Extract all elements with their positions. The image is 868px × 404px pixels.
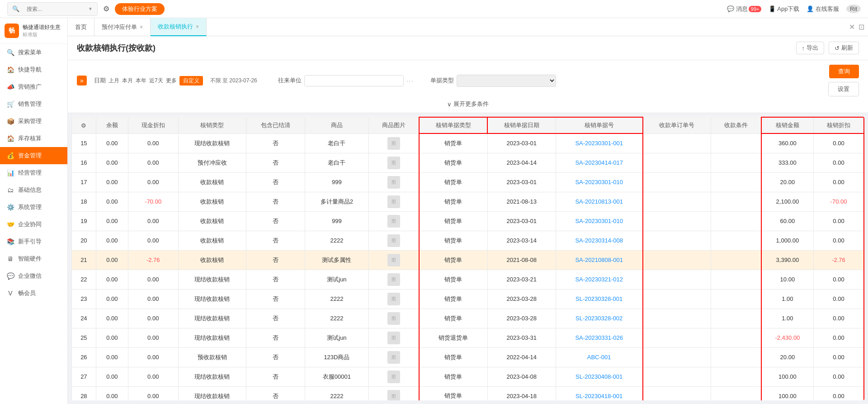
cell-include-settled: 否 <box>246 270 305 289</box>
tab-prepay[interactable]: 预付冲应付单 × <box>94 18 151 36</box>
sidebar-item-finance[interactable]: 💰 资金管理 <box>0 147 67 164</box>
cell-verify-amount: 2,100.00 <box>761 192 814 211</box>
cell-product-image: 图 <box>369 192 419 211</box>
filter-row2: ∨ 展开更多条件 <box>77 100 859 108</box>
cell-verify-no[interactable]: SL-20230408-001 <box>556 367 642 386</box>
date-option-this-year[interactable]: 本年 <box>136 77 146 85</box>
date-option-more[interactable]: 更多 <box>166 77 177 85</box>
cell-verify-type: 收款核销 <box>178 231 246 250</box>
cell-num: 17 <box>72 172 96 192</box>
online-service-btn[interactable]: 👤 在线客服 <box>807 5 839 13</box>
cell-verify-no[interactable]: SA-20230414-017 <box>556 153 642 172</box>
cell-verify-no[interactable]: SL-20230418-001 <box>556 386 642 400</box>
date-option-7days[interactable]: 近7天 <box>149 77 163 85</box>
close-tab-icon[interactable]: ✕ <box>849 23 855 31</box>
cell-balance: 0.00 <box>96 133 128 153</box>
cell-verify-no[interactable]: SA-20230301-010 <box>556 211 642 231</box>
query-button[interactable]: 查询 <box>829 65 859 78</box>
message-btn[interactable]: 💬 消息99+ <box>727 5 761 13</box>
sidebar-item-search[interactable]: 🔍 搜索菜单 <box>0 44 67 61</box>
cell-verify-date: 2023-04-18 <box>487 386 556 400</box>
partner-input[interactable] <box>304 75 404 86</box>
cell-verify-no[interactable]: SA-20230314-008 <box>556 231 642 250</box>
filter-settings-button[interactable]: 设置 <box>828 82 859 96</box>
sidebar-item-marketing[interactable]: 📣 营销推广 <box>0 78 67 95</box>
cell-verify-bill-type: 销货单 <box>419 386 488 400</box>
user-avatar[interactable]: Rit <box>846 5 861 13</box>
sidebar-item-member[interactable]: V 畅会员 <box>0 285 67 302</box>
cell-product: 测试jun <box>305 270 368 289</box>
cell-include-settled: 否 <box>246 289 305 309</box>
receivable-tab-label: 收款核销执行 <box>158 23 193 31</box>
th-settings[interactable]: ⚙ <box>72 117 96 133</box>
th-verify-amount: 核销金额 <box>761 117 814 133</box>
tab-receivable[interactable]: 收款核销执行 × <box>151 18 207 36</box>
cell-verify-no[interactable]: SL-20230328-002 <box>556 309 642 328</box>
sidebar-item-guide[interactable]: 📚 新手引导 <box>0 233 67 250</box>
cell-verify-no[interactable]: SA-20230301-001 <box>556 133 642 153</box>
sidebar-item-basic[interactable]: 🗂 基础信息 <box>0 181 67 199</box>
cell-verify-no[interactable]: SA-20230321-012 <box>556 270 642 289</box>
cell-verify-type: 预付冲应收 <box>178 153 246 172</box>
th-include-settled: 包含已结清 <box>246 117 305 133</box>
cell-verify-no[interactable]: ABC-001 <box>556 347 642 367</box>
receivable-tab-close[interactable]: × <box>196 24 199 30</box>
cell-verify-bill-type: 销货单 <box>419 231 488 250</box>
cell-cash-discount: 0.00 <box>128 172 178 192</box>
sidebar-item-purchase[interactable]: 📦 采购管理 <box>0 113 67 130</box>
sidebar-item-hardware[interactable]: 🖥 智能硬件 <box>0 250 67 267</box>
search-input[interactable] <box>22 4 85 14</box>
bill-type-select[interactable] <box>457 75 556 87</box>
cell-verify-type: 现结收款核销 <box>178 386 246 400</box>
trial-btn[interactable]: 体验行业方案 <box>115 3 165 15</box>
cell-verify-no[interactable]: SA-20210808-001 <box>556 250 642 270</box>
cell-verify-discount: 0.00 <box>814 133 864 153</box>
cell-verify-discount: -2.76 <box>814 250 864 270</box>
refresh-button[interactable]: ↺ 刷新 <box>829 42 859 54</box>
sidebar-item-system[interactable]: ⚙️ 系统管理 <box>0 199 67 216</box>
sidebar-item-label: 智能硬件 <box>18 255 42 263</box>
th-balance: 余额 <box>96 117 128 133</box>
cell-verify-amount: 360.00 <box>761 133 814 153</box>
maximize-icon[interactable]: ⊡ <box>859 23 864 31</box>
prepay-tab-close[interactable]: × <box>140 24 143 30</box>
cell-balance: 0.00 <box>96 153 128 172</box>
sidebar-item-sales[interactable]: 🛒 销售管理 <box>0 95 67 113</box>
cell-verify-no[interactable]: SA-20230331-026 <box>556 328 642 347</box>
cell-verify-no[interactable]: SA-20210813-001 <box>556 192 642 211</box>
tab-home[interactable]: 首页 <box>68 18 94 36</box>
cell-verify-amount: 60.00 <box>761 211 814 231</box>
filter-collapse-button[interactable]: » <box>77 76 87 86</box>
sidebar-item-shortcut[interactable]: 🏠 快捷导航 <box>0 61 67 78</box>
date-custom-button[interactable]: 自定义 <box>179 76 203 86</box>
app-download-btn[interactable]: 📱 App下载 <box>769 5 799 13</box>
logo-text: 畅捷通谐好生意 标准版 <box>23 24 61 38</box>
cell-include-settled: 否 <box>246 133 305 153</box>
sidebar-item-inventory[interactable]: 🏠 库存核算 <box>0 130 67 147</box>
settings-icon[interactable]: ⚙ <box>103 5 109 13</box>
cell-cash-discount: 0.00 <box>128 270 178 289</box>
date-option-this-month[interactable]: 本月 <box>122 77 133 85</box>
cell-receipt-order-no <box>643 211 711 231</box>
cell-verify-no[interactable]: SL-20230328-001 <box>556 289 642 309</box>
sidebar-item-label: 企业微信 <box>18 272 42 280</box>
export-icon: ↑ <box>802 45 805 52</box>
sidebar-item-label: 资金管理 <box>18 152 42 160</box>
date-option-last-month[interactable]: 上月 <box>108 77 119 85</box>
cell-product: 999 <box>305 172 368 192</box>
sidebar-item-operations[interactable]: 📊 经营管理 <box>0 164 67 181</box>
cell-cash-discount: 0.00 <box>128 309 178 328</box>
sidebar-item-enterprise[interactable]: 🤝 企业协同 <box>0 216 67 233</box>
cell-include-settled: 否 <box>246 386 305 400</box>
export-button[interactable]: ↑ 导出 <box>796 42 825 54</box>
expand-more-button[interactable]: ∨ 展开更多条件 <box>447 100 489 108</box>
search-wrap[interactable]: 🔍 ▼ <box>7 2 98 16</box>
cell-verify-discount: 0.00 <box>814 211 864 231</box>
cell-verify-discount: 0.00 <box>814 289 864 309</box>
cell-include-settled: 否 <box>246 309 305 328</box>
table-row: 17 0.00 0.00 收款核销 否 999 图 销货单 2023-03-01… <box>72 172 864 192</box>
cell-verify-no[interactable]: SA-20230301-010 <box>556 172 642 192</box>
table-area[interactable]: ⚙ 余额 现金折扣 核销类型 包含已结清 商品 商品图片 核销单据类型 核销单据… <box>71 117 864 400</box>
enterprise-icon: 🤝 <box>6 220 14 228</box>
sidebar-item-wechat[interactable]: 💬 企业微信 <box>0 267 67 285</box>
